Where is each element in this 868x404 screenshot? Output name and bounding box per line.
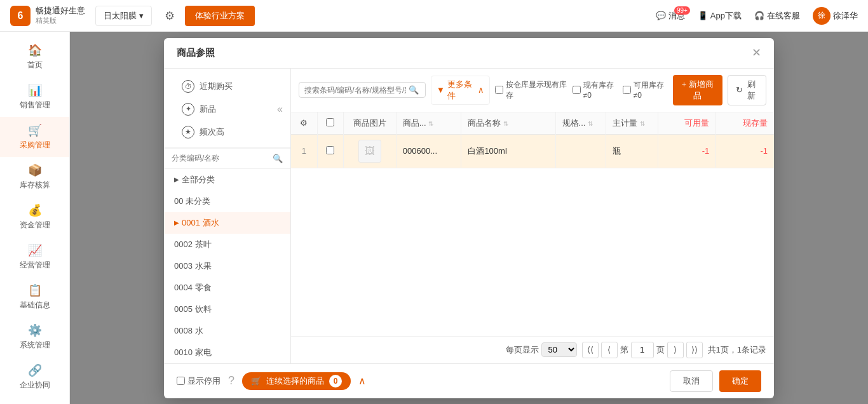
logo-area: 6 畅捷通好生意 精英版 — [10, 6, 85, 26]
product-image-placeholder: 🖼 — [358, 140, 381, 163]
top-nav: 6 畅捷通好生意 精英版 日太阳膜 ▾ ⚙ 体验行业方案 💬 消息 99+ 📱 … — [0, 0, 868, 32]
sidebar-item-sales[interactable]: 📊 销售管理 — [0, 77, 69, 117]
category-0002[interactable]: 0002 茶叶 — [164, 234, 290, 255]
sidebar-item-basic-info[interactable]: 📋 基础信息 — [0, 277, 69, 317]
page-prev-button[interactable]: ⟨ — [601, 342, 618, 358]
table-stock-header[interactable]: 现存量 — [716, 112, 774, 135]
filter-button[interactable]: ▼ 更多条件 ∧ — [431, 76, 490, 105]
page-suffix: 页 — [656, 344, 665, 356]
refresh-button[interactable]: ↻ 刷新 — [728, 75, 766, 105]
table-gear-icon[interactable]: ⚙ — [300, 118, 308, 128]
confirm-button[interactable]: 确定 — [719, 370, 761, 392]
refresh-label: 刷新 — [745, 79, 758, 102]
sidebar-item-finance[interactable]: 💰 资金管理 — [0, 197, 69, 237]
home-icon: 🏠 — [28, 43, 42, 57]
sidebar-item-operations[interactable]: 📈 经营管理 — [0, 237, 69, 277]
sidebar-item-guide[interactable]: 🎯 新手引导 — [0, 397, 69, 404]
sidebar-label-operations: 经营管理 — [20, 260, 50, 271]
app-download-item[interactable]: 📱 App下载 — [698, 10, 742, 22]
per-page-select[interactable]: 50 100 — [541, 342, 577, 357]
sidebar-label-finance: 资金管理 — [20, 220, 50, 231]
checkbox-avail-nonzero[interactable]: 可用库存≠0 — [623, 80, 668, 100]
sidebar-item-system[interactable]: ⚙️ 系统管理 — [0, 317, 69, 357]
table-name-header[interactable]: 商品名称 ⇅ — [461, 112, 555, 135]
trial-button[interactable]: 体验行业方案 — [185, 6, 255, 26]
quick-item-frequent[interactable]: ★ 频次高 — [172, 121, 243, 144]
quick-item-recent[interactable]: ⏱ 近期购买 — [172, 75, 243, 98]
sidebar-item-home[interactable]: 🏠 首页 — [0, 37, 69, 77]
cancel-button[interactable]: 取消 — [670, 370, 713, 392]
category-0004[interactable]: 0004 零食 — [164, 277, 290, 299]
product-search-input[interactable] — [304, 86, 406, 95]
category-all[interactable]: ▶ 全部分类 — [164, 169, 290, 191]
table-row[interactable]: 1 🖼 00 — [291, 134, 774, 168]
table-code-header[interactable]: 商品... ⇅ — [396, 112, 461, 135]
table-unit-header[interactable]: 主计量 ⇅ — [606, 112, 658, 135]
service-item[interactable]: 🎧 在线客服 — [754, 10, 800, 22]
sidebar-label-purchase: 采购管理 — [20, 140, 50, 151]
row-code: 000600... — [396, 134, 461, 168]
checkbox-warehouse[interactable]: 按仓库显示现有库存 — [495, 79, 567, 101]
sidebar-item-purchase[interactable]: 🛒 采购管理 — [0, 117, 69, 157]
sidebar-label-basicinfo: 基础信息 — [20, 300, 50, 311]
category-0010[interactable]: 0010 家电 — [164, 342, 290, 363]
checkbox-avail-input[interactable] — [623, 86, 631, 94]
category-0005[interactable]: 0005 饮料 — [164, 299, 290, 320]
category-00[interactable]: 00 未分类 — [164, 191, 290, 212]
checkbox-avail-label: 可用库存≠0 — [634, 80, 668, 100]
app-name: 畅捷通好生意 — [36, 6, 85, 17]
per-page-selector: 每页显示 50 100 — [506, 342, 577, 357]
category-0008[interactable]: 0008 水 — [164, 320, 290, 342]
row-check[interactable] — [317, 134, 343, 168]
table-check-header — [317, 112, 343, 135]
category-0003[interactable]: 0003 水果 — [164, 255, 290, 277]
table-avail-label: 可用量 — [684, 118, 709, 128]
unit-sort-icon: ⇅ — [640, 120, 645, 127]
collapse-left-icon[interactable]: « — [277, 104, 283, 115]
page-last-button[interactable]: ⟩⟩ — [686, 342, 703, 358]
category-search-icon[interactable]: 🔍 — [273, 154, 283, 163]
table-avail-header[interactable]: 可用量 — [658, 112, 716, 135]
app-edition: 精英版 — [36, 16, 85, 25]
close-button[interactable]: ✕ — [752, 47, 761, 58]
checkbox-stock-nonzero[interactable]: 现有库存≠0 — [573, 80, 618, 100]
category-all-label: 全部分类 — [182, 174, 215, 185]
category-0001[interactable]: ▶ 0001 酒水 — [164, 212, 290, 234]
show-disabled-input[interactable] — [177, 377, 185, 385]
modal-footer: 显示停用 ? 🛒 连续选择的商品 0 ∧ 取消 确定 — [164, 363, 774, 398]
checkbox-warehouse-input[interactable] — [495, 86, 503, 94]
table-settings-header[interactable]: ⚙ — [291, 112, 317, 135]
table-spec-label: 规格... — [562, 118, 586, 128]
product-stock-1: -1 — [760, 146, 768, 156]
category-0001-label: 0001 酒水 — [182, 217, 219, 229]
row-checkbox-1[interactable] — [326, 146, 334, 154]
recent-icon: ⏱ — [182, 80, 194, 93]
checkbox-stock-input[interactable] — [573, 86, 581, 94]
row-name: 白酒100ml — [461, 134, 555, 168]
table-check-all[interactable] — [326, 118, 334, 126]
product-search-icon[interactable]: 🔍 — [409, 85, 419, 95]
sidebar-item-inventory[interactable]: 📦 库存核算 — [0, 157, 69, 197]
sidebar-item-collab[interactable]: 🔗 企业协同 — [0, 357, 69, 397]
modal-toolbar: 🔍 ▼ 更多条件 ∧ 按仓库显示现有库存 — [291, 69, 774, 112]
page-input[interactable] — [631, 342, 654, 358]
operations-icon: 📈 — [28, 243, 42, 257]
page-next-button[interactable]: ⟩ — [667, 342, 684, 358]
row-stock: -1 — [716, 134, 774, 168]
messages-nav-item[interactable]: 💬 消息 99+ — [656, 10, 685, 22]
sidebar-label-sales: 销售管理 — [20, 100, 50, 111]
settings-nav-icon[interactable]: ⚙ — [159, 6, 180, 26]
user-item[interactable]: 徐 徐泽华 — [813, 7, 858, 25]
page-first-button[interactable]: ⟨⟨ — [582, 342, 599, 358]
page-navigation: ⟨⟨ ⟨ 第 页 ⟩ ⟩⟩ — [582, 342, 703, 358]
footer-collapse-icon[interactable]: ∧ — [358, 375, 366, 387]
store-dropdown[interactable]: 日太阳膜 ▾ — [95, 6, 152, 26]
add-product-button[interactable]: + 新增商品 — [673, 75, 722, 105]
help-icon[interactable]: ? — [228, 374, 234, 387]
table-spec-header[interactable]: 规格... ⇅ — [555, 112, 606, 135]
show-disabled-checkbox[interactable]: 显示停用 — [177, 375, 220, 387]
category-search-input[interactable] — [172, 154, 269, 163]
checkbox-stock-label: 现有库存≠0 — [583, 80, 618, 100]
quick-item-new[interactable]: ✦ 新品 — [172, 98, 243, 121]
row-num: 1 — [291, 134, 317, 168]
